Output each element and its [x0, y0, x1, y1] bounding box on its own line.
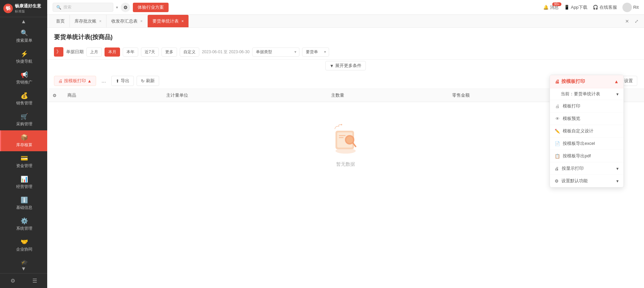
- tab-collection-summary-close[interactable]: ×: [140, 19, 143, 24]
- dropdown-item-display-print[interactable]: 🖨 按显示打印 ▾: [550, 162, 623, 175]
- expand-more-row: ▼ 展开更多条件: [47, 60, 644, 73]
- dropdown-header[interactable]: 🖨 按模板打印 ▲: [550, 75, 623, 88]
- sidebar-item-enterprise[interactable]: 🤝 企业协同: [0, 235, 47, 256]
- tab-collection-summary[interactable]: 收发存汇总表 ×: [107, 15, 148, 27]
- dropdown-item-template-custom[interactable]: ✏️ 模板自定义设计: [550, 125, 623, 137]
- industry-btn[interactable]: 体验行业方案: [133, 3, 169, 12]
- export-icon: ⬆: [116, 78, 119, 84]
- guide-icon: 🎓: [21, 259, 28, 264]
- sidebar-item-inventory[interactable]: 📦 库存核算: [0, 130, 47, 151]
- sidebar-logo: 畅 畅康通好生意 标准版: [0, 0, 47, 17]
- window-close-btn[interactable]: ✕: [624, 18, 631, 25]
- sidebar-item-label: 销售管理: [16, 100, 32, 106]
- page-title: 要货单统计表(按商品): [54, 33, 637, 41]
- dropdown-item-template-pdf[interactable]: 📋 按模板导出pdf: [550, 150, 623, 162]
- template-preview-icon: 👁: [555, 116, 560, 121]
- date-more-btn[interactable]: 更多: [162, 47, 177, 57]
- enterprise-icon: 🤝: [21, 238, 28, 246]
- sidebar-item-search[interactable]: 🔍 搜索菜单: [0, 26, 47, 47]
- topbar-gear-btn[interactable]: ⚙: [121, 3, 130, 12]
- settings-footer-btn[interactable]: ⚙: [9, 276, 17, 285]
- sidebar-item-basic[interactable]: ℹ️ 基础信息: [0, 193, 47, 214]
- window-maximize-btn[interactable]: ⤢: [633, 18, 640, 25]
- dropdown-item-template-print[interactable]: 🖨 模板打印: [550, 100, 623, 113]
- print-dropdown-menu: 🖨 按模板打印 ▲ 当前：要货单统计表 ▾ 🖨 模板打印 👁 模板预览 ✏️ 模…: [550, 75, 624, 188]
- tab-home-label: 首页: [56, 18, 65, 24]
- app-download-label: App下载: [571, 4, 587, 10]
- sidebar-item-label: 采购管理: [16, 121, 32, 127]
- purchase-icon: 🛒: [21, 113, 28, 120]
- yaohuodan-select[interactable]: 要货单: [302, 47, 329, 57]
- expand-more-label: 展开更多条件: [335, 63, 361, 69]
- set-default-chevron: ▾: [616, 179, 619, 184]
- template-print-icon: 🖨: [555, 103, 560, 109]
- sidebar-item-label: 快捷导航: [16, 59, 32, 64]
- tab-inventory-batch-close[interactable]: ×: [99, 19, 101, 24]
- app-download-btn[interactable]: 📱 App下载: [564, 4, 587, 10]
- dropdown-item-set-default[interactable]: ⚙ 设置默认功能 ▾: [550, 175, 623, 187]
- col-product: 商品: [62, 89, 161, 102]
- refresh-btn[interactable]: ↻ 刷新: [137, 76, 159, 86]
- expand-filter-btn[interactable]: 》: [54, 47, 63, 57]
- more-options-btn[interactable]: ...: [99, 76, 109, 85]
- set-default-label: 设置默认功能: [561, 178, 588, 184]
- tab-window-controls: ✕ ⤢: [624, 18, 640, 25]
- logo-icon: 畅: [3, 4, 13, 13]
- headset-icon: 🎧: [593, 5, 598, 10]
- sidebar-item-shortcut[interactable]: ⚡ 快捷导航: [0, 47, 47, 68]
- date-last-month-btn[interactable]: 上月: [86, 47, 102, 57]
- dropdown-item-template-excel[interactable]: 📄 按模板导出excel: [550, 137, 623, 150]
- bill-type-select[interactable]: 单据类型: [252, 47, 299, 57]
- shortcut-icon: ⚡: [21, 50, 28, 58]
- template-pdf-label: 按模板导出pdf: [563, 153, 591, 159]
- user-menu-btn[interactable]: Rit: [622, 3, 639, 12]
- content-area: 要货单统计表(按商品) 》 单据日期 上月 本月 本年 近7天 更多 自定义 2…: [47, 28, 644, 288]
- date-this-year-btn[interactable]: 本年: [123, 47, 138, 57]
- sidebar-scroll-up[interactable]: ▲: [0, 17, 47, 26]
- inventory-icon: 📦: [21, 134, 28, 141]
- expand-more-btn[interactable]: ▼ 展开更多条件: [325, 61, 366, 70]
- tab-inventory-batch-label: 库存批次账: [75, 18, 96, 24]
- date-custom-btn[interactable]: 自定义: [180, 47, 199, 57]
- sidebar: 畅 畅康通好生意 标准版 ▲ 🔍 搜索菜单 ⚡ 快捷导航 📢 营销推广 💰 销售…: [0, 0, 47, 288]
- display-print-label: 按显示打印: [562, 165, 584, 171]
- basic-icon: ℹ️: [21, 196, 28, 204]
- tab-order-stats[interactable]: 要货单统计表 ×: [148, 15, 189, 27]
- sidebar-scroll-down[interactable]: ▼: [0, 264, 47, 273]
- sidebar-item-sales[interactable]: 💰 销售管理: [0, 89, 47, 109]
- print-icon: 🖨: [58, 78, 63, 84]
- date-7days-btn[interactable]: 近7天: [141, 47, 159, 57]
- notifications-btn[interactable]: 🔔 消息 99+: [543, 4, 559, 10]
- online-service-btn[interactable]: 🎧 在线客服: [593, 4, 617, 10]
- sidebar-item-finance[interactable]: 💳 资金管理: [0, 151, 47, 172]
- date-this-month-btn[interactable]: 本月: [105, 47, 120, 57]
- tab-home[interactable]: 首页: [51, 15, 70, 27]
- tab-order-stats-close[interactable]: ×: [181, 19, 184, 24]
- yaohuodan-label: 要货单: [306, 49, 318, 55]
- sidebar-item-operations[interactable]: 📊 经营管理: [0, 172, 47, 193]
- template-excel-label: 按模板导出excel: [563, 140, 595, 147]
- dropdown-current-item[interactable]: 当前：要货单统计表 ▾: [550, 88, 623, 100]
- page-header: 要货单统计表(按商品): [47, 28, 644, 44]
- online-service-label: 在线客服: [599, 4, 617, 10]
- sidebar-item-system[interactable]: ⚙️ 系统管理: [0, 214, 47, 235]
- dropdown-item-template-preview[interactable]: 👁 模板预览: [550, 113, 623, 125]
- col-settings[interactable]: ⚙: [47, 89, 62, 102]
- setting-label: 设置: [624, 78, 633, 84]
- search-dropdown-btn[interactable]: ▾: [116, 5, 118, 10]
- bill-type-label: 单据类型: [256, 49, 272, 55]
- date-label: 单据日期: [66, 49, 84, 55]
- sidebar-item-purchase[interactable]: 🛒 采购管理: [0, 109, 47, 130]
- table-settings-icon[interactable]: ⚙: [53, 93, 57, 98]
- tab-collection-summary-label: 收发存汇总表: [111, 18, 138, 24]
- dropdown-title: 按模板打印: [561, 78, 585, 85]
- search-box[interactable]: 🔍 搜索: [53, 3, 113, 12]
- dropdown-chevron-up[interactable]: ▲: [614, 79, 619, 84]
- menu-footer-btn[interactable]: ☰: [31, 276, 38, 285]
- tab-inventory-batch[interactable]: 库存批次账 ×: [70, 15, 107, 27]
- sidebar-item-label: 搜索菜单: [16, 38, 32, 43]
- print-btn[interactable]: 🖨 按模板打印 ▲: [54, 76, 96, 86]
- export-btn[interactable]: ⬆ 导出: [111, 76, 134, 86]
- sidebar-item-guide[interactable]: 🎓 新手引导: [0, 256, 47, 264]
- sidebar-item-marketing[interactable]: 📢 营销推广: [0, 68, 47, 89]
